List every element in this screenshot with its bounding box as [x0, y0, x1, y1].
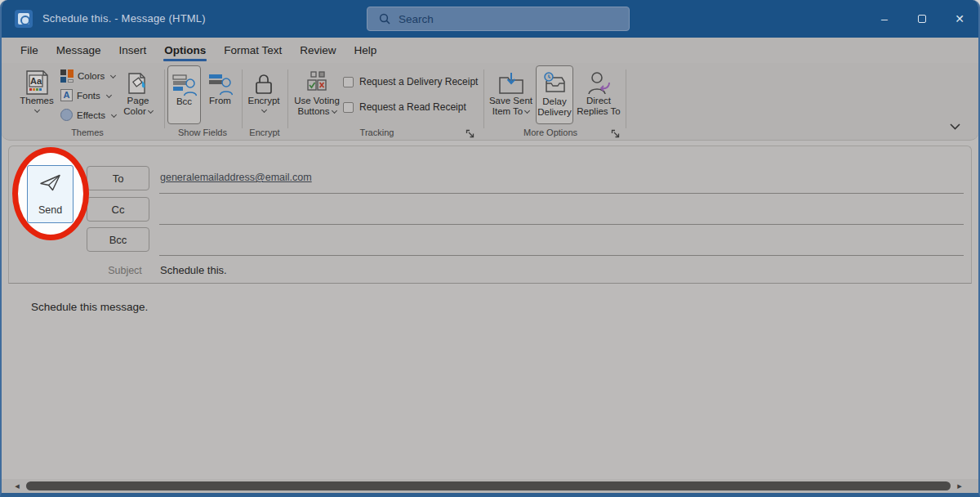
- fonts-icon: A: [60, 89, 73, 101]
- delay-delivery-button[interactable]: Delay Delivery: [536, 65, 573, 124]
- scrollbar-thumb[interactable]: [26, 481, 951, 490]
- chevron-down-icon: [261, 107, 266, 113]
- encrypt-label: Encrypt: [248, 96, 280, 106]
- direct-replies-to-button[interactable]: Direct Replies To: [575, 65, 622, 124]
- page-color-label-2: Color: [123, 106, 152, 117]
- tab-review[interactable]: Review: [291, 38, 345, 63]
- search-input[interactable]: Search: [367, 7, 630, 31]
- from-fields-icon: [208, 68, 233, 96]
- bcc-button[interactable]: Bcc: [87, 227, 149, 252]
- themes-group-label: Themes: [13, 128, 162, 137]
- tab-file[interactable]: File: [11, 38, 47, 63]
- bcc-fields-icon: [172, 69, 197, 96]
- scroll-left-arrow-icon[interactable]: ◂: [11, 479, 23, 493]
- page-color-label-1: Page: [127, 96, 149, 106]
- send-button-label: Send: [38, 204, 62, 216]
- encrypt-button[interactable]: Encrypt: [244, 65, 283, 124]
- tab-message[interactable]: Message: [47, 38, 110, 63]
- ribbon-tab-bar: File Message Insert Options Format Text …: [2, 38, 978, 63]
- cc-field-underline[interactable]: [159, 224, 964, 225]
- svg-text:Aa: Aa: [30, 76, 42, 86]
- chevron-down-icon: [524, 108, 530, 114]
- themes-button[interactable]: Aa Themes: [15, 65, 59, 124]
- save-sent-label-2: Item To: [492, 106, 530, 117]
- from-toggle-button[interactable]: From: [203, 65, 237, 124]
- group-separator: [483, 69, 484, 128]
- collapse-ribbon-button[interactable]: [950, 119, 960, 133]
- chevron-down-icon: [33, 107, 39, 113]
- chevron-down-icon: [331, 108, 336, 114]
- from-toggle-label: From: [209, 96, 231, 106]
- cc-button[interactable]: Cc: [87, 197, 149, 222]
- bcc-toggle-button[interactable]: Bcc: [167, 65, 201, 124]
- effects-icon: [60, 109, 73, 121]
- group-separator: [164, 69, 165, 128]
- bcc-field-underline[interactable]: [159, 255, 964, 256]
- tab-insert[interactable]: Insert: [110, 38, 156, 63]
- ribbon: Aa Themes Colors A Fonts Effects Page: [2, 63, 978, 141]
- tab-options[interactable]: Options: [155, 38, 215, 63]
- maximize-button[interactable]: [903, 0, 941, 38]
- bcc-toggle-label: Bcc: [176, 96, 192, 107]
- colors-icon: [60, 69, 74, 83]
- encrypt-group-label: Encrypt: [242, 128, 287, 137]
- subject-label: Subject: [100, 265, 149, 276]
- read-receipt-label: Request a Read Receipt: [359, 101, 466, 113]
- direct-replies-label-2: Replies To: [577, 106, 621, 117]
- delivery-receipt-row: Request a Delivery Receipt: [343, 76, 478, 87]
- search-placeholder: Search: [399, 13, 434, 25]
- horizontal-scrollbar[interactable]: ◂ ▸: [2, 479, 978, 493]
- chevron-down-icon: [148, 108, 154, 114]
- save-sent-folder-icon: [498, 68, 524, 96]
- delay-delivery-label-1: Delay: [542, 96, 566, 107]
- scroll-right-arrow-icon[interactable]: ▸: [954, 479, 965, 493]
- minimize-button[interactable]: –: [866, 0, 903, 38]
- read-receipt-checkbox[interactable]: [343, 102, 354, 113]
- delivery-receipt-label: Request a Delivery Receipt: [359, 76, 478, 87]
- to-button[interactable]: To: [87, 166, 149, 190]
- show-fields-group-label: Show Fields: [165, 128, 240, 137]
- message-body-text[interactable]: Schedule this message.: [31, 301, 148, 313]
- delay-delivery-label-2: Delivery: [537, 107, 572, 118]
- to-recipient-value[interactable]: generalemailaddress@email.com: [160, 172, 312, 183]
- read-receipt-row: Request a Read Receipt: [343, 101, 466, 113]
- page-color-button[interactable]: Page Color: [114, 65, 162, 124]
- chevron-down-icon: [106, 92, 112, 98]
- tab-format-text[interactable]: Format Text: [215, 38, 291, 63]
- voting-label-2: Buttons: [298, 106, 336, 117]
- page-color-icon: [126, 68, 150, 96]
- message-header-panel: Send To Cc Bcc generalemailaddress@email…: [8, 146, 972, 284]
- close-icon: ✕: [955, 12, 964, 25]
- direct-replies-label-1: Direct: [586, 96, 611, 106]
- titlebar: Schedule this. - Message (HTML) Search –…: [2, 0, 978, 38]
- send-paper-plane-icon: [39, 173, 61, 192]
- save-sent-item-to-button[interactable]: Save Sent Item To: [488, 65, 534, 124]
- delay-delivery-icon: [541, 69, 568, 96]
- themes-icon: Aa: [24, 68, 50, 96]
- more-options-dialog-launcher[interactable]: [611, 127, 620, 136]
- close-button[interactable]: ✕: [941, 0, 978, 38]
- outlook-message-window: Schedule this. - Message (HTML) Search –…: [0, 0, 980, 497]
- effects-label: Effects: [77, 110, 105, 120]
- send-button[interactable]: Send: [27, 165, 74, 223]
- themes-button-label: Themes: [20, 96, 54, 106]
- maximize-icon: [918, 15, 926, 23]
- tracking-dialog-launcher[interactable]: [466, 127, 474, 136]
- to-field-underline[interactable]: [159, 193, 964, 194]
- voting-label-1: Use Voting: [294, 96, 340, 106]
- use-voting-buttons-button[interactable]: Use Voting Buttons: [292, 65, 341, 124]
- outlook-app-icon: [15, 10, 33, 28]
- voting-buttons-icon: [305, 68, 329, 96]
- minimize-icon: –: [881, 12, 888, 25]
- tracking-group-label: Tracking: [289, 128, 465, 137]
- tab-help[interactable]: Help: [345, 38, 386, 63]
- subject-field-value[interactable]: Schedule this.: [160, 264, 227, 276]
- more-options-group-label: More Options: [487, 128, 614, 137]
- direct-replies-icon: [586, 68, 611, 96]
- group-separator: [626, 69, 626, 128]
- delivery-receipt-checkbox[interactable]: [343, 77, 354, 87]
- colors-label: Colors: [78, 71, 105, 81]
- save-sent-label-1: Save Sent: [489, 96, 532, 106]
- fonts-label: Fonts: [77, 91, 100, 101]
- group-separator: [242, 69, 243, 128]
